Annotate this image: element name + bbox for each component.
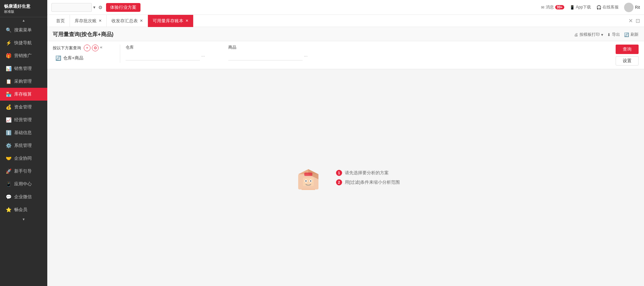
tab-expand-icon[interactable]: ⊡ xyxy=(636,18,640,24)
tabbar-controls: ✕ ⊡ xyxy=(628,18,640,24)
refresh-button[interactable]: 🔄 刷新 xyxy=(624,32,639,37)
message-label: 消息 xyxy=(546,4,554,10)
tip-item-2: 2 用[过滤]条件来缩小分析范围 xyxy=(336,179,400,185)
print-button[interactable]: 🖨 按模板打印 ▾ xyxy=(574,32,603,37)
sidebar-item-marketing[interactable]: 🎁 营销推广 xyxy=(0,49,47,62)
sidebar-item-enterprise[interactable]: 🤝 企业协同 xyxy=(0,152,47,165)
sidebar-item-operations[interactable]: 📈 经营管理 xyxy=(0,113,47,126)
tip-text-1: 请先选择要分析的方案 xyxy=(345,170,389,176)
warehouse-label: 仓库 xyxy=(126,45,220,50)
refresh-icon: 🔄 xyxy=(624,32,629,37)
sidebar-item-label: 企业协同 xyxy=(14,155,32,161)
brand-sub: 标准版 xyxy=(4,9,43,14)
scheme-warehouse-goods[interactable]: 🔄 仓库+商品 xyxy=(53,53,116,63)
tab-close-batch-account[interactable]: ✕ xyxy=(99,19,102,23)
goods-input[interactable] xyxy=(228,51,303,60)
svg-rect-4 xyxy=(303,178,314,186)
sidebar-item-label: 快捷导航 xyxy=(14,40,32,46)
sidebar-item-inventory[interactable]: 🏪 库存核算 xyxy=(0,88,47,101)
tab-close-collection-summary[interactable]: ✕ xyxy=(140,19,143,23)
sidebar-item-purchase[interactable]: 📋 采购管理 xyxy=(0,75,47,88)
tab-close-available-ledger[interactable]: ✕ xyxy=(185,19,188,23)
export-icon: ⬇ xyxy=(607,32,611,37)
sidebar-item-basic-info[interactable]: ℹ️ 基础信息 xyxy=(0,126,47,139)
sidebar-item-label: 营销推广 xyxy=(14,53,32,59)
sidebar-item-quick-nav[interactable]: ⚡ 快捷导航 xyxy=(0,36,47,49)
app-download-button[interactable]: 📱 App下载 xyxy=(570,4,591,10)
main-area: ▾ ⚙ 体验行业方案 ✉ 消息 99+ 📱 App下载 🎧 在线客服 Rit xyxy=(47,0,644,286)
sidebar: 畅康通好生意 标准版 ▲ 🔍 搜索菜单 ⚡ 快捷导航 🎁 营销推广 📊 销售管理… xyxy=(0,0,47,286)
page-header: 可用量查询(按仓库+商品) 🖨 按模板打印 ▾ ⬇ 导出 🔄 刷新 xyxy=(47,27,644,41)
warehouse-input[interactable] xyxy=(126,51,200,60)
topbar: ▾ ⚙ 体验行业方案 ✉ 消息 99+ 📱 App下载 🎧 在线客服 Rit xyxy=(47,0,644,15)
sidebar-item-finance[interactable]: 💰 资金管理 xyxy=(0,101,47,113)
sidebar-item-member[interactable]: ⭐ 畅会员 xyxy=(0,203,47,216)
system-icon: ⚙️ xyxy=(5,143,11,148)
purchase-icon: 📋 xyxy=(5,79,11,84)
settings-gear-button[interactable]: ⚙ xyxy=(97,3,104,11)
finance-icon: 💰 xyxy=(5,104,11,110)
message-button[interactable]: ✉ 消息 99+ xyxy=(541,4,564,10)
collapse-panel-button[interactable]: « xyxy=(100,45,102,51)
page-actions: 🖨 按模板打印 ▾ ⬇ 导出 🔄 刷新 xyxy=(574,32,639,37)
scheme-controls: + ⚙ « xyxy=(84,45,102,51)
svg-point-8 xyxy=(310,180,311,182)
sidebar-item-label: 库存核算 xyxy=(14,91,32,97)
svg-point-7 xyxy=(305,180,307,182)
query-button[interactable]: 查询 xyxy=(616,45,639,54)
tip-num-1: 1 xyxy=(336,170,342,176)
add-scheme-button[interactable]: + xyxy=(84,45,91,51)
tab-collection-summary[interactable]: 收发存汇总表 ✕ xyxy=(107,15,148,27)
page-title: 可用量查询(按仓库+商品) xyxy=(53,31,113,38)
message-icon: ✉ xyxy=(541,5,544,10)
sidebar-item-label: 系统管理 xyxy=(14,142,32,149)
goods-more-button[interactable]: ··· xyxy=(304,53,308,58)
headset-icon: 🎧 xyxy=(596,5,601,10)
sidebar-item-sales[interactable]: 📊 销售管理 xyxy=(0,62,47,75)
sidebar-item-search[interactable]: 🔍 搜索菜单 xyxy=(0,24,47,36)
sidebar-item-system[interactable]: ⚙️ 系统管理 xyxy=(0,139,47,152)
tab-batch-account[interactable]: 库存批次账 ✕ xyxy=(70,15,107,27)
search-icon: 🔍 xyxy=(5,27,11,33)
tab-close-icon[interactable]: ✕ xyxy=(628,18,633,24)
topbar-left: ▾ ⚙ 体验行业方案 xyxy=(51,3,538,12)
filter-fields-panel: 仓库 ··· 商品 ··· xyxy=(120,45,612,60)
sidebar-scroll-down[interactable]: ▼ xyxy=(0,216,47,223)
industry-solution-button[interactable]: 体验行业方案 xyxy=(106,3,140,12)
sidebar-item-label: 销售管理 xyxy=(14,66,32,72)
brand: 畅康通好生意 标准版 xyxy=(0,0,47,17)
tabbar: 首页 库存批次账 ✕ 收发存汇总表 ✕ 可用量库存账本 ✕ ✕ ⊡ xyxy=(47,15,644,27)
sidebar-scroll-up[interactable]: ▲ xyxy=(0,17,47,24)
sidebar-item-wechat[interactable]: 💬 企业微信 xyxy=(0,190,47,203)
tab-home[interactable]: 首页 xyxy=(51,15,70,27)
inventory-icon: 🏪 xyxy=(5,92,11,97)
page-content: 可用量查询(按仓库+商品) 🖨 按模板打印 ▾ ⬇ 导出 🔄 刷新 xyxy=(47,27,644,286)
export-button[interactable]: ⬇ 导出 xyxy=(607,32,620,37)
sidebar-item-app-center[interactable]: 📱 应用中心 xyxy=(0,178,47,190)
user-name: Rit xyxy=(635,5,640,10)
goods-field: 商品 ··· xyxy=(228,45,323,60)
user-menu-button[interactable]: Rit xyxy=(624,3,640,12)
sidebar-item-label: 畅会员 xyxy=(14,207,27,213)
search-area: ▾ ⚙ xyxy=(51,3,104,12)
brand-name: 畅康通好生意 xyxy=(4,3,43,9)
search-button[interactable]: ▾ xyxy=(93,5,96,10)
scheme-settings-button[interactable]: ⚙ xyxy=(92,45,99,51)
tab-available-ledger[interactable]: 可用量库存账本 ✕ xyxy=(148,15,194,27)
search-input[interactable] xyxy=(51,3,92,12)
tip-text-2: 用[过滤]条件来缩小分析范围 xyxy=(345,179,400,185)
sidebar-item-label: 新手引导 xyxy=(14,168,32,174)
sidebar-item-label: 企业微信 xyxy=(14,194,32,200)
setting-button[interactable]: 设置 xyxy=(616,56,639,66)
basic-info-icon: ℹ️ xyxy=(5,130,11,135)
filter-schemes-panel: 按以下方案查询 + ⚙ « 🔄 仓库+商品 xyxy=(53,45,120,63)
sidebar-item-onboarding[interactable]: 🚀 新手引导 xyxy=(0,165,47,178)
sidebar-item-label: 搜索菜单 xyxy=(14,27,32,33)
online-service-button[interactable]: 🎧 在线客服 xyxy=(596,4,619,10)
empty-state-inner: 1 请先选择要分析的方案 2 用[过滤]条件来缩小分析范围 xyxy=(291,161,400,194)
empty-state: 1 请先选择要分析的方案 2 用[过滤]条件来缩小分析范围 xyxy=(47,69,644,286)
svg-rect-3 xyxy=(304,173,312,176)
print-icon: 🖨 xyxy=(574,32,578,37)
sidebar-item-label: 采购管理 xyxy=(14,78,32,84)
warehouse-more-button[interactable]: ··· xyxy=(201,53,205,58)
